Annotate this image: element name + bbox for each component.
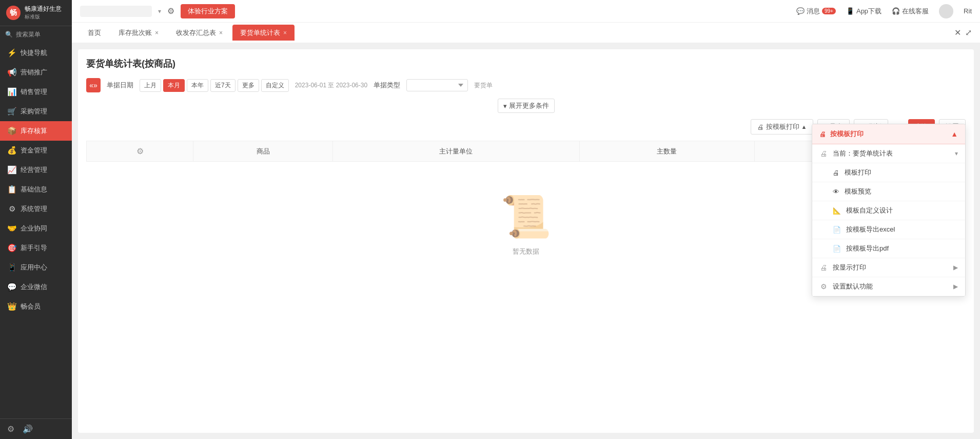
display-print-item[interactable]: 🖨 按显示打印 ▶ <box>812 258 965 277</box>
sidebar-item-collab[interactable]: 🤝企业协同 <box>0 219 72 238</box>
print-btn[interactable]: 🖨 按模板打印 ▲ <box>751 119 814 135</box>
inventory-icon: 📦 <box>7 126 16 136</box>
print-chevron-icon: ▲ <box>801 124 807 130</box>
maximize-btn[interactable]: ⤢ <box>965 28 972 37</box>
sidebar-item-sales[interactable]: 📊销售管理 <box>0 82 72 102</box>
sidebar-item-member[interactable]: 👑畅会员 <box>0 297 72 316</box>
template-export-excel-icon: 📄 <box>833 226 841 234</box>
print-item-template-export-pdf[interactable]: 📄按模板导出pdf <box>812 239 965 258</box>
tab-receivable[interactable]: 收发存汇总表× <box>168 25 230 41</box>
default-setting-label: 设置默认功能 <box>833 282 873 291</box>
default-setting-item[interactable]: ⚙ 设置默认功能 ▶ <box>812 277 965 296</box>
page-content: 要货单统计表(按商品) «» 单据日期 上月本月本年近7天更多自定义 2023-… <box>72 43 980 439</box>
app-download-btn[interactable]: 📱 App下载 <box>846 7 881 16</box>
system-icon: ⚙ <box>7 204 16 214</box>
sidebar: 畅 畅康通好生意 标准版 🔍 搜索菜单 ⚡快捷导航📢营销推广📊销售管理🛒采购管理… <box>0 0 72 439</box>
sidebar-label-shortcut: 快捷导航 <box>21 48 47 58</box>
tab-label-receivable: 收发存汇总表 <box>176 28 216 37</box>
topbar-search-input[interactable] <box>80 6 152 17</box>
expand-conditions-btn[interactable]: ▾ 展开更多条件 <box>498 99 555 113</box>
sidebar-label-marketing: 营销推广 <box>21 68 47 77</box>
default-setting-icon: ⚙ <box>819 282 828 291</box>
sidebar-label-basics: 基础信息 <box>21 185 47 194</box>
operations-icon: 📈 <box>7 165 16 175</box>
speaker-icon[interactable]: 🔊 <box>23 424 33 434</box>
sidebar-item-shortcut[interactable]: ⚡快捷导航 <box>0 43 72 63</box>
settings-bottom-icon[interactable]: ⚙ <box>7 424 14 434</box>
sidebar-label-collab: 企业协同 <box>21 224 47 233</box>
support-icon: 🎧 <box>892 7 900 15</box>
tab-home[interactable]: 首页 <box>80 25 109 41</box>
print-item-template-design[interactable]: 📐模板自定义设计 <box>812 201 965 220</box>
template-export-pdf-label: 按模板导出pdf <box>846 244 889 253</box>
date-buttons: 上月本月本年近7天更多自定义 <box>140 79 289 92</box>
date-btn-上月[interactable]: 上月 <box>140 79 161 92</box>
print-dropdown-icon: 🖨 <box>819 130 826 138</box>
sales-icon: 📊 <box>7 87 16 97</box>
sidebar-item-finance[interactable]: 💰资金管理 <box>0 141 72 160</box>
sidebar-label-purchase: 采购管理 <box>21 107 47 116</box>
logo-icon: 畅 <box>6 6 21 20</box>
sidebar-item-guide[interactable]: 🎯新手引导 <box>0 238 72 258</box>
appstore-icon: 📱 <box>7 263 16 272</box>
display-print-chevron: ▶ <box>953 264 958 271</box>
tab-label-home: 首页 <box>88 28 101 37</box>
sidebar-label-operations: 经营管理 <box>21 165 47 175</box>
print-item-template-print[interactable]: 🖨模板打印 <box>812 163 965 182</box>
topbar-chevron-icon[interactable]: ▾ <box>158 8 161 15</box>
basics-icon: 📋 <box>7 185 16 194</box>
wechat-icon: 💬 <box>7 282 16 292</box>
online-support-btn[interactable]: 🎧 在线客服 <box>892 7 929 16</box>
tab-close-order-stats[interactable]: × <box>283 30 287 36</box>
print-item-template-preview[interactable]: 👁模板预览 <box>812 182 965 201</box>
sidebar-item-inventory[interactable]: 📦库存核算 <box>0 121 72 141</box>
tab-close-receivable[interactable]: × <box>219 30 223 36</box>
print-dropdown: 🖨 按模板打印 ▲ 🖨 当前：要货单统计表 ▾ 🖨模板打印👁模板预览📐模板自定义… <box>812 124 966 297</box>
tab-label-batch: 库存批次账 <box>119 28 152 37</box>
date-btn-自定义[interactable]: 自定义 <box>261 79 289 92</box>
notifications-btn[interactable]: 💬 消息 99+ <box>796 7 836 16</box>
tab-close-batch[interactable]: × <box>155 30 159 36</box>
default-setting-chevron: ▶ <box>953 283 958 290</box>
bell-icon: 💬 <box>796 7 805 15</box>
current-template-item[interactable]: 🖨 当前：要货单统计表 ▾ <box>812 144 965 163</box>
date-btn-本年[interactable]: 本年 <box>187 79 208 92</box>
page-inner: 要货单统计表(按商品) «» 单据日期 上月本月本年近7天更多自定义 2023-… <box>78 49 974 433</box>
tabs-actions: ✕ ⤢ <box>954 28 972 37</box>
type-filter-select[interactable] <box>406 79 468 91</box>
sidebar-item-appstore[interactable]: 📱应用中心 <box>0 258 72 277</box>
sidebar-label-guide: 新手引导 <box>21 243 47 253</box>
display-print-label: 按显示打印 <box>833 263 866 272</box>
search-menu[interactable]: 🔍 搜索菜单 <box>0 26 72 43</box>
sidebar-item-basics[interactable]: 📋基础信息 <box>0 180 72 199</box>
date-btn-本月[interactable]: 本月 <box>163 79 185 92</box>
trial-btn[interactable]: 体验行业方案 <box>181 4 235 18</box>
print-item-template-export-excel[interactable]: 📄按模板导出excel <box>812 220 965 239</box>
tab-batch[interactable]: 库存批次账× <box>111 25 166 41</box>
template-print-label: 模板打印 <box>845 168 871 177</box>
current-template-label: 当前：要货单统计表 <box>833 149 893 158</box>
sidebar-label-appstore: 应用中心 <box>21 263 47 272</box>
topbar-gear-icon[interactable]: ⚙ <box>167 6 174 16</box>
avatar[interactable] <box>939 4 953 18</box>
sidebar-item-operations[interactable]: 📈经营管理 <box>0 160 72 180</box>
app-name: 畅康通好生意 <box>25 5 62 13</box>
close-window-btn[interactable]: ✕ <box>954 28 961 37</box>
sidebar-item-system[interactable]: ⚙系统管理 <box>0 199 72 219</box>
sidebar-label-system: 系统管理 <box>21 204 47 214</box>
collab-icon: 🤝 <box>7 224 16 233</box>
table-settings-icon[interactable]: ⚙ <box>136 147 144 156</box>
tab-order-stats[interactable]: 要货单统计表× <box>232 25 295 41</box>
page-title: 要货单统计表(按商品) <box>86 58 966 70</box>
marketing-icon: 📢 <box>7 68 16 77</box>
date-btn-近7天[interactable]: 近7天 <box>210 79 236 92</box>
main-content: ▾ ⚙ 体验行业方案 💬 消息 99+ 📱 App下载 🎧 在线客服 Rit 首… <box>72 0 980 439</box>
template-design-label: 模板自定义设计 <box>846 206 893 215</box>
filter-expand-btn[interactable]: «» <box>86 78 101 92</box>
sidebar-item-wechat[interactable]: 💬企业微信 <box>0 277 72 297</box>
date-btn-更多[interactable]: 更多 <box>238 79 259 92</box>
print-dropdown-close-btn[interactable]: ▲ <box>951 130 958 138</box>
template-export-pdf-icon: 📄 <box>833 245 841 253</box>
sidebar-item-marketing[interactable]: 📢营销推广 <box>0 63 72 82</box>
sidebar-item-purchase[interactable]: 🛒采购管理 <box>0 102 72 121</box>
